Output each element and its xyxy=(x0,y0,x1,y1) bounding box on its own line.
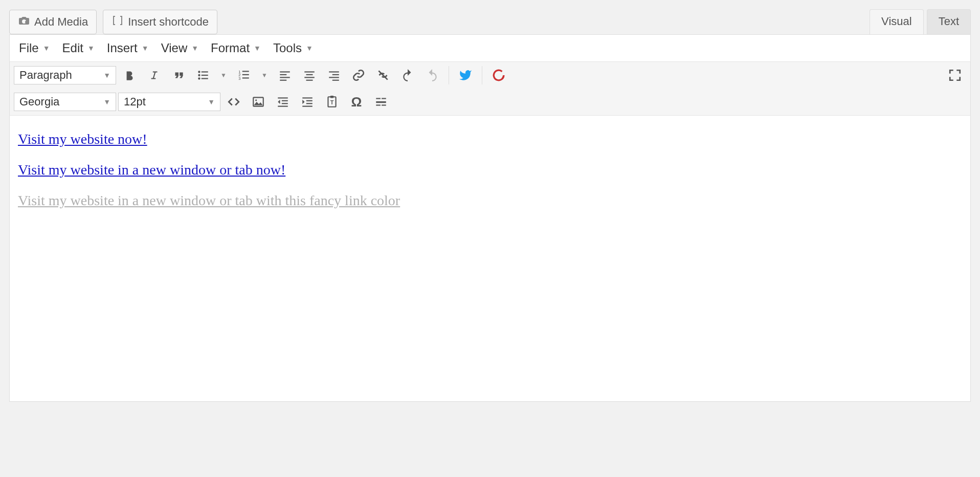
svg-rect-17 xyxy=(306,74,313,75)
content-paragraph: Visit my website in a new window or tab … xyxy=(18,162,962,178)
source-code-button[interactable] xyxy=(222,92,245,112)
indent-button[interactable] xyxy=(296,92,319,112)
svg-rect-35 xyxy=(330,96,334,98)
top-row: Add Media Insert shortcode Visual Text xyxy=(9,9,971,34)
twitter-button[interactable] xyxy=(454,65,477,85)
svg-rect-40 xyxy=(376,104,381,105)
numbered-list-button[interactable]: 123 xyxy=(233,65,255,85)
svg-rect-31 xyxy=(306,100,313,101)
font-family-select[interactable]: Georgia ▼ xyxy=(14,93,116,111)
svg-rect-32 xyxy=(306,103,313,104)
menu-format[interactable]: Format▼ xyxy=(207,38,265,58)
svg-text:T: T xyxy=(330,99,334,105)
menu-edit[interactable]: Edit▼ xyxy=(58,38,99,58)
insert-shortcode-button[interactable]: Insert shortcode xyxy=(103,10,217,34)
svg-text:3: 3 xyxy=(238,76,240,81)
image-button[interactable] xyxy=(247,92,270,112)
svg-rect-11 xyxy=(242,77,249,78)
svg-rect-19 xyxy=(306,80,313,81)
refresh-button[interactable] xyxy=(487,65,510,85)
svg-rect-12 xyxy=(280,71,290,72)
shortcode-icon xyxy=(112,14,124,30)
italic-button[interactable] xyxy=(143,65,165,85)
format-select[interactable]: Paragraph ▼ xyxy=(14,66,116,84)
add-media-button[interactable]: Add Media xyxy=(9,10,97,34)
redo-button[interactable] xyxy=(421,65,443,85)
editor-container: Add Media Insert shortcode Visual Text F… xyxy=(9,9,971,402)
horizontal-rule-button[interactable] xyxy=(370,92,392,112)
svg-rect-27 xyxy=(282,100,288,101)
align-right-button[interactable] xyxy=(323,65,345,85)
chevron-down-icon: ▼ xyxy=(191,44,198,52)
chevron-down-icon: ▼ xyxy=(103,98,110,106)
paste-text-button[interactable]: T xyxy=(321,92,343,112)
unlink-button[interactable] xyxy=(372,65,394,85)
svg-rect-10 xyxy=(242,74,249,75)
svg-rect-33 xyxy=(302,106,313,107)
svg-rect-38 xyxy=(382,98,386,99)
align-center-button[interactable] xyxy=(298,65,321,85)
add-media-label: Add Media xyxy=(34,15,88,29)
svg-rect-5 xyxy=(202,78,208,79)
chevron-down-icon: ▼ xyxy=(43,44,50,52)
undo-button[interactable] xyxy=(396,65,419,85)
editor-tabs: Visual Text xyxy=(866,9,971,34)
omega-icon: Ω xyxy=(351,94,362,110)
special-character-button[interactable]: Ω xyxy=(345,92,368,112)
svg-rect-14 xyxy=(280,77,290,78)
svg-rect-16 xyxy=(304,71,315,72)
camera-icon xyxy=(18,14,30,30)
svg-rect-22 xyxy=(329,77,339,78)
content-link-3[interactable]: Visit my website in a new window or tab … xyxy=(18,192,400,208)
bold-button[interactable] xyxy=(118,65,141,85)
font-size-select[interactable]: 12pt ▼ xyxy=(118,93,220,111)
outdent-button[interactable] xyxy=(272,92,294,112)
chevron-down-icon: ▼ xyxy=(254,44,261,52)
chevron-down-icon: ▼ xyxy=(208,98,215,106)
svg-rect-15 xyxy=(280,80,286,81)
toolbar-row-2: Georgia ▼ 12pt ▼ T Ω xyxy=(9,89,971,115)
svg-point-2 xyxy=(198,77,200,79)
tab-text[interactable]: Text xyxy=(927,9,971,34)
svg-rect-28 xyxy=(282,103,288,104)
bullet-list-dropdown[interactable]: ▼ xyxy=(216,65,231,85)
content-paragraph: Visit my website now! xyxy=(18,131,962,147)
format-select-value: Paragraph xyxy=(19,69,72,82)
svg-rect-18 xyxy=(304,77,315,78)
svg-rect-37 xyxy=(376,98,381,99)
chevron-down-icon: ▼ xyxy=(261,72,268,79)
chevron-down-icon: ▼ xyxy=(306,44,313,52)
top-buttons: Add Media Insert shortcode xyxy=(9,10,217,34)
svg-rect-39 xyxy=(376,101,386,103)
svg-rect-26 xyxy=(278,97,288,98)
font-size-value: 12pt xyxy=(124,95,146,109)
font-family-value: Georgia xyxy=(19,95,59,109)
menu-view[interactable]: View▼ xyxy=(157,38,203,58)
editor-content[interactable]: Visit my website now! Visit my website i… xyxy=(9,115,971,402)
svg-rect-41 xyxy=(382,104,386,105)
toolbar-row-1: Paragraph ▼ ▼ 123 ▼ xyxy=(9,62,971,89)
toolbar-separator xyxy=(482,66,482,84)
align-left-button[interactable] xyxy=(274,65,296,85)
content-link-1[interactable]: Visit my website now! xyxy=(18,131,147,147)
chevron-down-icon: ▼ xyxy=(142,44,149,52)
tab-visual[interactable]: Visual xyxy=(870,9,924,34)
menu-tools[interactable]: Tools▼ xyxy=(269,38,317,58)
blockquote-button[interactable] xyxy=(167,65,190,85)
toolbar-separator xyxy=(449,66,449,84)
content-link-2[interactable]: Visit my website in a new window or tab … xyxy=(18,162,285,178)
chevron-down-icon: ▼ xyxy=(103,71,110,79)
link-button[interactable] xyxy=(347,65,370,85)
chevron-down-icon: ▼ xyxy=(220,72,227,79)
fullscreen-button[interactable] xyxy=(944,65,966,85)
content-paragraph: Visit my website in a new window or tab … xyxy=(18,192,962,209)
insert-shortcode-label: Insert shortcode xyxy=(128,15,209,29)
svg-rect-3 xyxy=(202,71,208,72)
svg-point-1 xyxy=(198,74,200,76)
menu-insert[interactable]: Insert▼ xyxy=(103,38,153,58)
menu-file[interactable]: File▼ xyxy=(15,38,54,58)
svg-rect-13 xyxy=(280,74,286,75)
numbered-list-dropdown[interactable]: ▼ xyxy=(257,65,272,85)
svg-rect-23 xyxy=(332,80,339,81)
bullet-list-button[interactable] xyxy=(192,65,214,85)
